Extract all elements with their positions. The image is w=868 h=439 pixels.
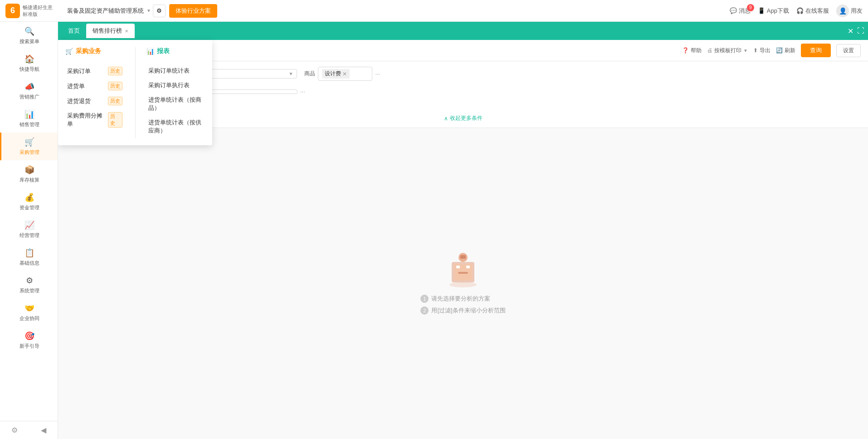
refresh-button[interactable]: 🔄 刷新 (776, 47, 795, 54)
salesperson-dots[interactable]: ··· (300, 88, 305, 95)
search-icon: 🔍 (24, 26, 34, 36)
collapse-up-icon: ∧ (444, 115, 448, 122)
print-button[interactable]: 🖨 按模板打印 ▼ (707, 47, 748, 54)
tab-bar-right: ✕ ⛶ (848, 27, 864, 35)
app-container: 6 畅捷通好生意 标准版 装备及固定资产辅助管理系统 ▼ ⚙ 体验行业方案 💬 … (0, 0, 868, 439)
menu-item-expense[interactable]: 采购费用分摊单 历史 (65, 109, 124, 131)
svg-rect-5 (456, 266, 460, 268)
refresh-icon: 🔄 (776, 47, 783, 54)
main-layout: 🔍 搜索菜单 🏠 快捷导航 📣 营销推广 📊 销售管理 🛒 采购管理 📦 (0, 22, 868, 439)
handshake-icon: 🤝 (24, 303, 34, 313)
history-tag-3: 历史 (108, 112, 122, 128)
goods-tag: 设计费 ✕ (322, 69, 350, 79)
tab-bar: 首页 销售排行榜 ✕ ✕ ⛶ (58, 22, 868, 40)
menu-item-purchase-order[interactable]: 采购订单 历史 (65, 64, 124, 79)
user-menu-button[interactable]: 👤 用友 (836, 5, 863, 17)
megaphone-icon: 📣 (24, 82, 34, 92)
settings-small-button[interactable]: 设置 (836, 44, 861, 57)
gear-icon: ⚙ (26, 276, 33, 286)
hint-item-1: 1 请先选择要分析的方案 (420, 295, 505, 303)
sidebar-item-system[interactable]: ⚙ 系统管理 (0, 271, 58, 299)
logo-icon: 6 (5, 4, 20, 18)
sidebar-item-finance[interactable]: 💰 资金管理 (0, 188, 58, 216)
sidebar-item-enterprise[interactable]: 🤝 企业协同 (0, 299, 58, 326)
sidebar-item-inventory[interactable]: 📦 库存核算 (0, 160, 58, 188)
report-col-title: 📊 报表 (146, 47, 205, 58)
sidebar: 🔍 搜索菜单 🏠 快捷导航 📣 营销推广 📊 销售管理 🛒 采购管理 📦 (0, 22, 58, 439)
tab-sales-ranking[interactable]: 销售排行榜 ✕ (86, 24, 135, 38)
tab-maximize-icon[interactable]: ⛶ (857, 27, 864, 35)
headset-icon: 🎧 (796, 7, 804, 14)
history-tag-2: 历史 (108, 97, 122, 105)
help-button[interactable]: ❓ 帮助 (682, 47, 702, 54)
svg-rect-7 (458, 272, 468, 274)
logo-area: 6 畅捷通好生意 标准版 (5, 4, 63, 18)
message-badge: 9 (747, 4, 754, 11)
message-icon: 💬 (730, 7, 737, 14)
menu-item-report-2[interactable]: 采购订单执行表 (146, 78, 205, 93)
menu-item-return[interactable]: 进货退货 历史 (65, 94, 124, 109)
topbar-settings-button[interactable]: ⚙ (153, 5, 166, 17)
sidebar-item-base-info[interactable]: 📋 基础信息 (0, 243, 58, 271)
chart-icon: 📊 (24, 109, 34, 119)
collapse-button[interactable]: ∧ 收起更多条件 (444, 114, 483, 122)
goods-filter-item: 商品 设计费 ✕ ··· (304, 67, 395, 81)
money-icon: 💰 (24, 192, 34, 202)
empty-illustration (440, 253, 486, 289)
history-tag-0: 历史 (108, 67, 122, 75)
content-area: 首页 销售排行榜 ✕ ✕ ⛶ 🛒 采购业务 (58, 22, 868, 439)
purchase-menu-col: 🛒 采购业务 采购订单 历史 进货单 历史 进货退货 历史 (65, 47, 124, 138)
report-menu-col: 📊 报表 采购订单统计表 采购订单执行表 进货单统计表（按商品） 进货单统计表（… (146, 47, 205, 138)
svg-rect-6 (466, 266, 470, 268)
tab-close-all-icon[interactable]: ✕ (848, 27, 853, 35)
box-icon: 📦 (24, 165, 34, 175)
message-button[interactable]: 💬 消息 9 (730, 7, 751, 15)
phone-icon: 📱 (758, 7, 765, 14)
query-button[interactable]: 查询 (801, 44, 831, 57)
goods-dots[interactable]: ··· (375, 70, 380, 77)
ops-icon: 📈 (24, 220, 34, 230)
sidebar-item-purchase[interactable]: 🛒 采购管理 (0, 133, 58, 160)
export-button[interactable]: ⬆ 导出 (753, 47, 770, 54)
sidebar-item-newbie[interactable]: 🎯 新手引导 (0, 326, 58, 354)
status-input[interactable]: ▼ (206, 69, 297, 79)
top-bar: 6 畅捷通好生意 标准版 装备及固定资产辅助管理系统 ▼ ⚙ 体验行业方案 💬 … (0, 0, 868, 22)
sidebar-collapse-icon[interactable]: ◀ (41, 426, 46, 434)
sidebar-item-quick-nav[interactable]: 🏠 快捷导航 (0, 49, 58, 77)
logo-text: 畅捷通好生意 标准版 (23, 4, 53, 17)
empty-svg (440, 253, 486, 289)
online-service-button[interactable]: 🎧 在线客服 (796, 7, 829, 15)
salesperson-input[interactable] (207, 89, 297, 94)
print-icon: 🖨 (707, 47, 712, 54)
sidebar-settings-icon[interactable]: ⚙ (11, 426, 18, 434)
system-selector[interactable]: 装备及固定资产辅助管理系统 ▼ (67, 7, 151, 15)
status-arrow-icon: ▼ (288, 71, 293, 76)
cart-icon: 🛒 (24, 137, 34, 147)
app-download-button[interactable]: 📱 App下载 (758, 7, 789, 15)
help-icon: ❓ (682, 47, 689, 54)
goods-input[interactable]: 设计费 ✕ (318, 67, 372, 81)
purchase-dropdown-menu: 🛒 采购业务 采购订单 历史 进货单 历史 进货退货 历史 (58, 40, 212, 145)
sidebar-item-marketing[interactable]: 📣 营销推广 (0, 77, 58, 105)
purchase-title-icon: 🛒 (65, 48, 73, 55)
history-tag-1: 历史 (108, 82, 122, 90)
sidebar-item-search-menu[interactable]: 🔍 搜索菜单 (0, 22, 58, 49)
target-icon: 🎯 (24, 331, 34, 341)
export-icon: ⬆ (753, 47, 758, 54)
trial-button[interactable]: 体验行业方案 (169, 4, 217, 18)
sidebar-item-operations[interactable]: 📈 经营管理 (0, 216, 58, 243)
menu-divider (135, 47, 136, 138)
tab-close-icon[interactable]: ✕ (125, 29, 128, 34)
menu-item-report-1[interactable]: 采购订单统计表 (146, 64, 205, 78)
svg-point-0 (449, 282, 477, 287)
sidebar-item-sales[interactable]: 📊 销售管理 (0, 105, 58, 133)
goods-tag-close-icon[interactable]: ✕ (342, 71, 347, 77)
menu-item-report-4[interactable]: 进货单统计表（按供应商） (146, 115, 205, 138)
tab-home[interactable]: 首页 (62, 24, 86, 38)
svg-rect-4 (460, 255, 466, 259)
home-icon: 🏠 (24, 54, 34, 64)
menu-item-report-3[interactable]: 进货单统计表（按商品） (146, 93, 205, 115)
menu-item-incoming[interactable]: 进货单 历史 (65, 79, 124, 94)
sidebar-bottom: ⚙ ◀ (0, 421, 58, 439)
dropdown-arrow-icon: ▼ (146, 8, 151, 13)
